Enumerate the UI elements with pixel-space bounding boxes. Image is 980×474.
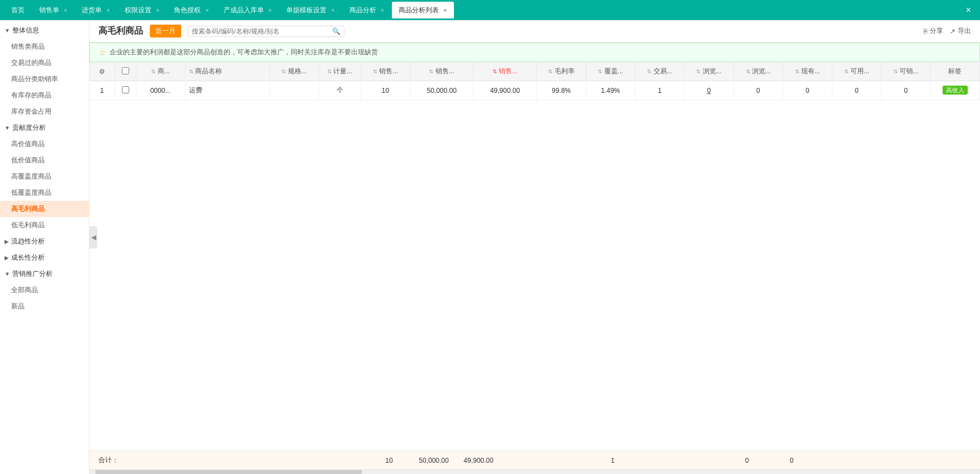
close-icon[interactable]: × xyxy=(64,7,67,13)
cell-unit: 个 xyxy=(319,81,361,100)
close-icon[interactable]: × xyxy=(443,7,447,13)
nav-tab-home[interactable]: 首页 xyxy=(4,2,31,18)
col-header-sales-qty: ⇅ 销售... xyxy=(361,62,410,81)
top-nav: 首页 销售单 × 进货单 × 权限设置 × 角色授权 × 产成品入库单 × 单据… xyxy=(0,0,980,20)
sort-icon: ⇅ xyxy=(189,68,193,74)
close-icon[interactable]: × xyxy=(268,7,272,13)
sort-icon: ⇅ xyxy=(598,68,602,74)
content-area: 高毛利商品 近一月 🔍 ⎘ 分享 ↗ 导出 ☆ 企业的主要的利润都是这部分商品创… xyxy=(89,20,980,474)
sidebar-item-high-coverage[interactable]: 高覆盖度商品 xyxy=(0,168,89,185)
cell-trade: 1 xyxy=(635,81,684,100)
sort-icon: ⇅ xyxy=(795,68,799,74)
chevron-right-icon: ▶ xyxy=(4,255,9,261)
sort-icon: ⇅ xyxy=(429,68,433,74)
close-all-button[interactable]: × xyxy=(962,5,976,15)
col-header-name: ⇅ 商品名称 xyxy=(185,62,269,81)
sidebar-group-growth[interactable]: ▶ 成长性分析 xyxy=(0,250,89,266)
close-icon[interactable]: × xyxy=(331,7,334,13)
sidebar-item-high-margin[interactable]: 高毛利商品 xyxy=(0,201,89,217)
col-header-code: ⇅ 商... xyxy=(136,62,185,81)
nav-tab-role[interactable]: 角色授权 × xyxy=(167,2,215,18)
close-icon[interactable]: × xyxy=(381,7,384,13)
sidebar-group-marketing[interactable]: ▼ 营销推广分析 xyxy=(0,266,89,282)
col-header-num: ⚙ xyxy=(89,62,115,81)
cell-browse1: 0 xyxy=(684,81,733,100)
sidebar-item-category-rate[interactable]: 商品分类助销率 xyxy=(0,71,89,87)
header-actions: ⎘ 分享 ↗ 导出 xyxy=(924,26,971,36)
horizontal-scrollbar[interactable] xyxy=(89,470,980,474)
footer-cells: 10 50,000.00 49,900.00 1 0 0 xyxy=(143,457,971,464)
settings-icon[interactable]: ⚙ xyxy=(99,68,105,76)
search-input[interactable] xyxy=(192,27,330,35)
col-header-trade: ⇅ 交易... xyxy=(635,62,684,81)
browse1-link[interactable]: 0 xyxy=(707,87,711,95)
sidebar-item-in-stock[interactable]: 有库存的商品 xyxy=(0,87,89,104)
footer-stock: 0 xyxy=(725,457,769,464)
cell-sell: 0 xyxy=(881,81,930,100)
tag-badge: 高收入 xyxy=(943,86,968,95)
row-checkbox[interactable] xyxy=(122,86,129,93)
nav-tab-analysis[interactable]: 商品分析 × xyxy=(343,2,391,18)
footer-label: 合计： xyxy=(98,456,143,465)
nav-tab-product-in[interactable]: 产成品入库单 × xyxy=(217,2,278,18)
cell-sales-qty: 10 xyxy=(361,81,410,100)
search-icon[interactable]: 🔍 xyxy=(332,27,340,35)
sort-icon: ⇅ xyxy=(647,68,651,74)
chevron-down-icon: ▼ xyxy=(4,271,10,277)
sidebar-item-sales-goods[interactable]: 销售类商品 xyxy=(0,39,89,55)
sidebar-item-low-coverage[interactable]: 低覆盖度商品 xyxy=(0,185,89,201)
sidebar-item-high-value[interactable]: 高价值商品 xyxy=(0,136,89,152)
nav-tab-purchase[interactable]: 进货单 × xyxy=(75,2,116,18)
sort-icon: ⇅ xyxy=(493,68,497,74)
close-icon[interactable]: × xyxy=(156,7,159,13)
footer-sales-qty: 10 xyxy=(367,457,411,464)
collapse-sidebar-button[interactable]: ◀ xyxy=(89,226,97,248)
sidebar: ▼ 整体信息 销售类商品 交易过的商品 商品分类助销率 有库存的商品 库存资金占… xyxy=(0,20,89,474)
footer-empty1 xyxy=(143,457,188,464)
search-box: 🔍 xyxy=(188,26,344,37)
sort-icon: ⇅ xyxy=(548,68,552,74)
nav-tab-analysis-list[interactable]: 商品分析列表 × xyxy=(392,2,453,18)
info-banner: ☆ 企业的主要的利润都是这部分商品创造的，可考虑加大推广，同时关注库存是不要出现… xyxy=(89,43,980,62)
export-button[interactable]: ↗ 导出 xyxy=(950,26,971,36)
cell-sales-amt: 50,000.00 xyxy=(410,81,474,100)
close-icon[interactable]: × xyxy=(205,7,209,13)
sidebar-group-overall[interactable]: ▼ 整体信息 xyxy=(0,22,89,39)
sidebar-item-stock-capital[interactable]: 库存资金占用 xyxy=(0,104,89,120)
chevron-down-icon: ▼ xyxy=(4,125,10,131)
sidebar-item-low-value[interactable]: 低价值商品 xyxy=(0,152,89,168)
cell-code: 0000... xyxy=(136,81,185,100)
share-button[interactable]: ⎘ 分享 xyxy=(924,26,943,36)
footer-empty9 xyxy=(680,457,725,464)
footer-empty4 xyxy=(277,457,322,464)
chevron-right-icon: ▶ xyxy=(4,238,9,245)
col-header-gross-rate: ⇅ 毛利率 xyxy=(537,62,586,81)
nav-tab-template[interactable]: 单据模板设置 × xyxy=(280,2,341,18)
sort-icon: ⇅ xyxy=(327,68,332,74)
sidebar-group-contribution[interactable]: ▼ 贡献度分析 xyxy=(0,120,89,136)
sidebar-item-all-goods[interactable]: 全部商品 xyxy=(0,282,89,298)
col-header-sales-cost: ⇅ 销售... xyxy=(474,62,537,81)
footer-empty3 xyxy=(233,457,277,464)
cell-name: 运费 xyxy=(185,81,269,100)
sidebar-item-new-goods[interactable]: 新品 xyxy=(0,298,89,315)
cell-spec xyxy=(269,81,319,100)
info-icon: ☆ xyxy=(99,48,106,57)
time-filter-button[interactable]: 近一月 xyxy=(150,25,181,37)
col-header-avail: ⇅ 可用... xyxy=(832,62,881,81)
chevron-left-icon: ◀ xyxy=(91,233,96,241)
close-icon[interactable]: × xyxy=(106,7,110,13)
sort-icon: ⇅ xyxy=(746,68,750,74)
main-layout: ▼ 整体信息 销售类商品 交易过的商品 商品分类助销率 有库存的商品 库存资金占… xyxy=(0,20,980,474)
col-header-unit: ⇅ 计量... xyxy=(319,62,361,81)
col-header-cover: ⇅ 覆盖... xyxy=(586,62,635,81)
col-header-check xyxy=(115,62,136,81)
nav-tab-sales[interactable]: 销售单 × xyxy=(32,2,74,18)
sidebar-item-low-margin[interactable]: 低毛利商品 xyxy=(0,217,89,233)
col-header-spec: ⇅ 规格... xyxy=(269,62,319,81)
sidebar-group-trend[interactable]: ▶ 流趋性分析 xyxy=(0,233,89,250)
nav-tab-permission[interactable]: 权限设置 × xyxy=(118,2,166,18)
sidebar-item-traded-goods[interactable]: 交易过的商品 xyxy=(0,55,89,71)
cell-browse2: 0 xyxy=(733,81,783,100)
select-all-checkbox[interactable] xyxy=(122,67,129,74)
